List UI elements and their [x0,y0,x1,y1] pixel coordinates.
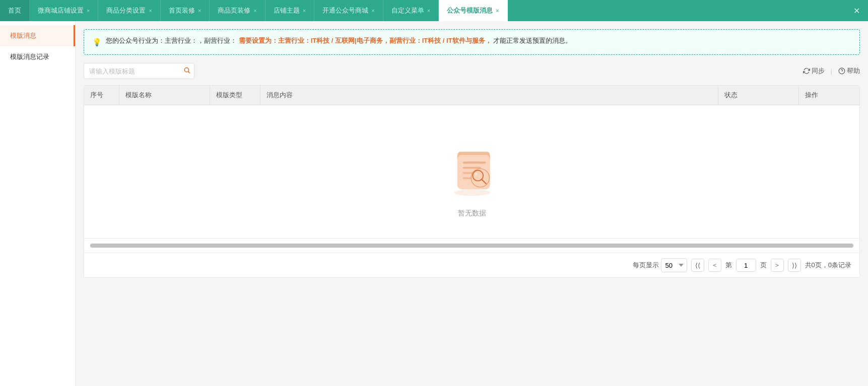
th-action: 操作 [799,86,859,105]
tab-open-mall-label: 开通公众号商城 [322,6,368,15]
bulb-icon: 💡 [92,36,102,48]
svg-point-4 [454,189,490,196]
tab-micro-shop-close[interactable]: × [87,8,90,14]
tab-micro-shop-label: 微商城店铺设置 [38,6,84,15]
tab-custom-menu[interactable]: 自定义菜单 × [383,0,439,21]
tab-template-msg-close[interactable]: × [496,8,499,14]
sync-label: 同步 [812,66,825,75]
first-page-button[interactable]: ⟨⟨ [691,259,704,272]
search-input-wrap [84,63,194,79]
prev-page-button[interactable]: ＜ [708,259,721,272]
empty-text: 暂无数据 [458,209,486,218]
top-nav: 首页 微商城店铺设置 × 商品分类设置 × 首页装修 × 商品页装修 × 店铺主… [0,0,868,21]
alert-text-after: 才能正常发送预置的消息。 [493,37,572,44]
help-button[interactable]: 帮助 [838,66,860,75]
search-bar: 同步 | 帮助 [84,63,860,79]
table-header: 序号 模版名称 模版类型 消息内容 状态 操作 [84,86,859,105]
search-input[interactable] [84,63,194,79]
page-number-input[interactable] [736,259,756,272]
tab-custom-menu-close[interactable]: × [427,8,430,14]
search-left [84,63,194,79]
tab-product-page[interactable]: 商品页装修 × [210,0,265,21]
page-size-dropdown[interactable]: 50 10 20 100 [661,258,687,272]
divider: | [831,67,832,75]
sidebar-item-template-record-label: 模版消息记录 [10,53,49,60]
pagination: 每页显示 50 10 20 100 ⟨⟨ ＜ 第 页 ＞ ⟩⟩ 共0页，0条记录 [84,253,859,277]
th-index: 序号 [84,86,119,105]
alert-text-before: 您的公众号行业为：主营行业：，副营行业： [106,37,237,44]
alert-text: 您的公众号行业为：主营行业：，副营行业： 需要设置为：主营行业：IT科技 / 互… [106,36,572,46]
tab-micro-shop[interactable]: 微商城店铺设置 × [30,0,98,21]
tab-home-decor-close[interactable]: × [198,8,201,14]
svg-point-0 [184,68,188,72]
sidebar-item-template-message[interactable]: 模版消息 [0,25,75,46]
page-unit: 页 [760,261,767,270]
svg-rect-6 [462,167,481,169]
search-button[interactable] [183,67,190,75]
tab-home-decor[interactable]: 首页装修 × [161,0,210,21]
main-content: 💡 您的公众号行业为：主营行业：，副营行业： 需要设置为：主营行业：IT科技 /… [76,21,868,386]
next-page-button[interactable]: ＞ [771,259,784,272]
search-right: 同步 | 帮助 [803,66,860,75]
sidebar-item-template-message-label: 模版消息 [10,32,36,39]
page-size-label: 每页显示 [633,261,659,270]
page-size-select: 每页显示 50 10 20 100 [633,258,687,272]
th-type: 模版类型 [210,86,260,105]
tab-template-msg-label: 公众号模版消息 [447,6,493,15]
tab-home-label: 首页 [8,6,21,15]
tab-shop-theme-label: 店铺主题 [274,6,300,15]
scrollbar-thumb[interactable] [90,244,853,248]
empty-illustration [439,135,505,201]
tab-product-category-label: 商品分类设置 [106,6,146,15]
sync-button[interactable]: 同步 [803,66,825,75]
page-word: 第 [725,261,732,270]
total-text: 共0页，0条记录 [805,261,851,270]
th-content: 消息内容 [260,86,718,105]
scrollbar-area [84,238,859,253]
tab-shop-theme[interactable]: 店铺主题 × [265,0,314,21]
tab-home[interactable]: 首页 [0,0,30,21]
alert-text-highlight: 需要设置为：主营行业：IT科技 / 互联网|电子商务，副营行业：IT科技 / I… [239,37,492,44]
th-name: 模版名称 [119,86,210,105]
industry-alert: 💡 您的公众号行业为：主营行业：，副营行业： 需要设置为：主营行业：IT科技 /… [84,29,860,55]
tab-product-category[interactable]: 商品分类设置 × [98,0,160,21]
sidebar-item-template-record[interactable]: 模版消息记录 [0,46,75,67]
svg-point-9 [471,169,489,187]
help-label: 帮助 [847,66,860,75]
main-layout: 模版消息 模版消息记录 💡 您的公众号行业为：主营行业：，副营行业： 需要设置为… [0,21,868,386]
tab-product-category-close[interactable]: × [149,8,152,14]
tab-home-decor-label: 首页装修 [169,6,195,15]
empty-state: 暂无数据 [84,105,859,238]
data-table: 序号 模版名称 模版类型 消息内容 状态 操作 [84,85,860,278]
tab-shop-theme-close[interactable]: × [303,8,306,14]
tab-open-mall-close[interactable]: × [371,8,374,14]
th-status: 状态 [718,86,799,105]
global-close-button[interactable]: ✕ [845,6,868,16]
tab-product-page-label: 商品页装修 [218,6,250,15]
last-page-button[interactable]: ⟩⟩ [788,259,801,272]
scrollbar-track[interactable] [90,244,853,248]
tab-product-page-close[interactable]: × [253,8,256,14]
svg-point-12 [475,172,477,175]
sidebar: 模版消息 模版消息记录 [0,21,76,386]
tab-custom-menu-label: 自定义菜单 [391,6,424,15]
tab-template-msg[interactable]: 公众号模版消息 × [439,0,507,21]
tab-open-mall[interactable]: 开通公众号商城 × [314,0,383,21]
svg-rect-5 [462,162,486,164]
svg-line-1 [188,71,190,73]
